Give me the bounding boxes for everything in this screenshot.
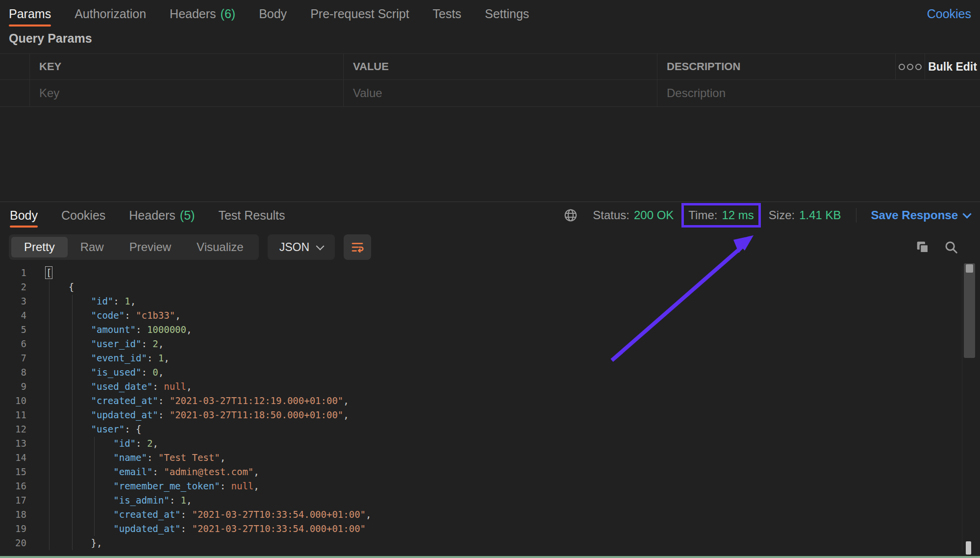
tab-count-badge: (5) (180, 208, 195, 223)
request-tab-params[interactable]: Params (9, 0, 51, 27)
line-number: 2 (0, 280, 26, 294)
response-tab-test-results[interactable]: Test Results (218, 202, 285, 228)
tab-label: Headers (170, 7, 216, 21)
tab-label: Tests (433, 7, 461, 21)
code-text: "remember_me_token": null, (46, 479, 259, 493)
line-number: 15 (0, 465, 26, 479)
response-tab-headers[interactable]: Headers(5) (129, 202, 195, 228)
tab-label: Test Results (218, 208, 285, 223)
window-bottom-edge (0, 556, 980, 558)
copy-icon[interactable] (915, 240, 930, 254)
search-icon[interactable] (944, 240, 958, 254)
cookies-link[interactable]: Cookies (927, 7, 971, 21)
response-tab-cookies[interactable]: Cookies (61, 202, 105, 228)
query-params-title: Query Params (0, 27, 980, 53)
response-tab-body[interactable]: Body (10, 202, 38, 228)
param-description-input[interactable]: Description (657, 80, 980, 106)
status-indicator[interactable]: Status: 200 OK (593, 208, 674, 222)
more-options-button[interactable] (895, 54, 925, 79)
text-cursor-highlight: [ (46, 267, 51, 278)
response-tabs: BodyCookiesHeaders(5)Test Results (10, 202, 285, 228)
param-checkbox-cell (0, 80, 29, 106)
response-status-bar: Status: 200 OK Time: 12 ms Size: 1.41 KB… (563, 208, 970, 223)
size-indicator[interactable]: Size: 1.41 KB (769, 208, 841, 222)
code-line-1: 1[ (0, 266, 980, 280)
time-indicator[interactable]: Time: 12 ms (688, 208, 754, 222)
request-tab-pre-request-script[interactable]: Pre-request Script (310, 0, 409, 27)
code-line-11: 11 "updated_at": "2021-03-27T11:18:50.00… (0, 408, 980, 422)
wrap-text-button[interactable] (344, 234, 371, 260)
code-text: "amount": 1000000, (46, 323, 192, 337)
wrap-text-icon (350, 240, 365, 254)
scrollbar-thumb[interactable] (964, 263, 975, 358)
language-select[interactable]: JSON (268, 234, 335, 260)
code-text: }, (46, 536, 102, 550)
line-number: 3 (0, 294, 26, 308)
line-number: 6 (0, 337, 26, 351)
code-line-6: 6 "user_id": 2, (0, 337, 980, 351)
response-view-bar: PrettyRawPreviewVisualize JSON (0, 228, 980, 265)
more-options-icon (899, 64, 922, 70)
status-bar-divider (856, 208, 856, 223)
line-number: 5 (0, 323, 26, 337)
code-line-15: 15 "email": "admin@test.com", (0, 465, 980, 479)
request-tab-tests[interactable]: Tests (433, 0, 461, 27)
response-body-editor[interactable]: 1[2 {3 "id": 1,4 "code": "c1b33",5 "amou… (0, 266, 980, 550)
bulk-edit-button[interactable]: Bulk Edit (925, 54, 980, 79)
line-number: 10 (0, 394, 26, 408)
postman-request-response-view: ParamsAuthorizationHeaders(6)BodyPre-req… (0, 0, 980, 558)
indent-guide (49, 280, 50, 550)
code-line-7: 7 "event_id": 1, (0, 351, 980, 365)
response-panel: BodyCookiesHeaders(5)Test Results Status… (0, 202, 980, 558)
tab-label: Body (10, 208, 38, 223)
tab-count-badge: (6) (221, 7, 236, 21)
scrollbar-track (962, 266, 962, 552)
code-text: "created_at": "2021-03-27T10:33:54.000+0… (46, 507, 372, 522)
code-text: "code": "c1b33", (46, 308, 181, 323)
save-response-button[interactable]: Save Response (871, 208, 970, 222)
code-text: "email": "admin@test.com", (46, 465, 259, 479)
scrollbar-bottom-marker (966, 541, 971, 555)
code-line-8: 8 "is_used": 0, (0, 365, 980, 380)
request-tab-body[interactable]: Body (259, 0, 287, 27)
line-number: 18 (0, 507, 26, 522)
code-line-10: 10 "created_at": "2021-03-27T11:12:19.00… (0, 394, 980, 408)
code-text: "is_used": 0, (46, 365, 164, 380)
code-line-13: 13 "id": 2, (0, 436, 980, 451)
response-body-tools (915, 240, 958, 254)
request-tab-authorization[interactable]: Authorization (75, 0, 146, 27)
network-globe-icon[interactable] (563, 208, 578, 223)
request-tab-settings[interactable]: Settings (485, 0, 529, 27)
view-tab-pretty[interactable]: Pretty (11, 237, 68, 257)
line-number: 11 (0, 408, 26, 422)
chevron-down-icon (316, 242, 325, 251)
line-number: 19 (0, 522, 26, 536)
response-header: BodyCookiesHeaders(5)Test Results Status… (0, 202, 980, 228)
tab-label: Headers (129, 208, 176, 223)
code-line-2: 2 { (0, 280, 980, 294)
line-number: 13 (0, 436, 26, 451)
view-tab-raw[interactable]: Raw (68, 237, 117, 257)
code-text: "name": "Test Test", (46, 451, 226, 465)
code-line-20: 20 }, (0, 536, 980, 550)
param-key-input[interactable]: Key (29, 80, 343, 106)
request-tab-headers[interactable]: Headers(6) (170, 0, 235, 27)
request-tab-bar: ParamsAuthorizationHeaders(6)BodyPre-req… (0, 0, 980, 27)
indent-guide (72, 295, 73, 550)
code-line-14: 14 "name": "Test Test", (0, 451, 980, 465)
code-text: "user": { (46, 422, 141, 436)
line-number: 4 (0, 308, 26, 323)
request-tabs: ParamsAuthorizationHeaders(6)BodyPre-req… (9, 0, 529, 27)
view-tab-preview[interactable]: Preview (117, 237, 184, 257)
code-text: "updated_at": "2021-03-27T11:18:50.000+0… (46, 408, 349, 422)
code-line-18: 18 "created_at": "2021-03-27T10:33:54.00… (0, 507, 980, 522)
param-value-input[interactable]: Value (343, 80, 657, 106)
code-text: "is_admin": 1, (46, 493, 192, 507)
tab-label: Params (9, 7, 51, 21)
line-number: 9 (0, 380, 26, 394)
view-tab-visualize[interactable]: Visualize (184, 237, 256, 257)
line-number: 14 (0, 451, 26, 465)
code-line-16: 16 "remember_me_token": null, (0, 479, 980, 493)
line-number: 16 (0, 479, 26, 493)
checkbox-column-header (0, 54, 29, 79)
